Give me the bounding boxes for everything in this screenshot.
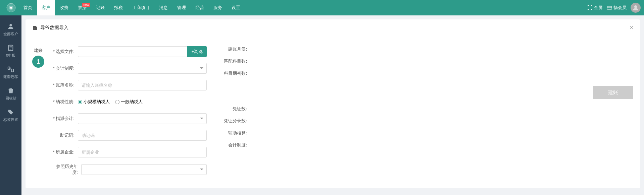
match-subjects-row: 匹配科目数: bbox=[220, 58, 633, 64]
tag-icon bbox=[7, 109, 14, 116]
form-fields: * 选择文件: +浏览 * 会计制度: bbox=[51, 46, 207, 182]
accounting-system-right-row: 会计制度: bbox=[220, 142, 633, 148]
vouchers-row: 凭证数: bbox=[220, 106, 633, 112]
nav-tax[interactable]: 报税 bbox=[109, 0, 128, 15]
nav-invoice[interactable]: 票据 new bbox=[73, 0, 91, 15]
auxiliary-label: 辅助核算: bbox=[220, 130, 250, 136]
vip-btn[interactable]: 畅会员 bbox=[607, 5, 627, 11]
tax-type-radio-group: 小规模纳税人 一般纳税人 bbox=[78, 96, 143, 107]
nav-fee[interactable]: 收费 bbox=[55, 0, 73, 15]
nav-home[interactable]: 首页 bbox=[19, 0, 37, 15]
user-avatar[interactable] bbox=[631, 3, 641, 13]
tax-general-option[interactable]: 一般纳税人 bbox=[115, 99, 143, 105]
form-left: 建账 1 * 选择文件: +浏览 bbox=[32, 46, 207, 182]
sidebar-item-tag-settings[interactable]: 标签设置 bbox=[0, 105, 21, 126]
nav-customer[interactable]: 客户 bbox=[37, 0, 55, 15]
nav-right: 全屏 畅会员 bbox=[587, 3, 641, 13]
company-label: * 所属企业: bbox=[51, 149, 78, 155]
company-row: * 所属企业: bbox=[51, 147, 207, 157]
accounting-system-select[interactable] bbox=[78, 63, 207, 74]
company-input[interactable] bbox=[78, 147, 207, 157]
file-label: * 选择文件: bbox=[51, 49, 78, 55]
memo-code-row: 助记码: bbox=[51, 130, 207, 141]
fullscreen-btn[interactable]: 全屏 bbox=[587, 5, 603, 11]
import-icon bbox=[32, 25, 38, 30]
browse-button[interactable]: +浏览 bbox=[187, 46, 207, 57]
file-row: * 选择文件: +浏览 bbox=[51, 46, 207, 57]
history-year-select[interactable] bbox=[81, 164, 207, 175]
accounting-system-right-label: 会计制度: bbox=[220, 142, 250, 148]
tax-small-radio[interactable] bbox=[78, 100, 82, 104]
month-label: 建账月份: bbox=[220, 46, 250, 52]
build-account-button[interactable]: 建账 bbox=[593, 86, 633, 99]
main-content: 导爷数据导入 × 建账 1 * 选择文件: bbox=[21, 15, 644, 195]
nav-operation[interactable]: 经营 bbox=[191, 0, 209, 15]
svg-point-1 bbox=[10, 7, 12, 9]
sidebar-item-all-customers[interactable]: 全部客户 bbox=[0, 19, 21, 40]
nav-manage[interactable]: 管理 bbox=[172, 0, 191, 15]
ledger-name-row: * 账簿名称: bbox=[51, 80, 207, 90]
form-right: 建账月份: 匹配科目数: 科目期初数: 建账 凭证数: bbox=[220, 46, 633, 182]
match-subjects-label: 匹配科目数: bbox=[220, 58, 250, 64]
nav-service[interactable]: 服务 bbox=[209, 0, 227, 15]
tax-small-option[interactable]: 小规模纳税人 bbox=[78, 99, 110, 105]
memo-code-input[interactable] bbox=[78, 130, 207, 141]
panel-header: 导爷数据导入 × bbox=[26, 19, 640, 36]
voucher-entries-row: 凭证分录数: bbox=[220, 118, 633, 124]
nav-message[interactable]: 消息 bbox=[154, 0, 172, 15]
close-button[interactable]: × bbox=[630, 24, 633, 31]
accounting-system-row: * 会计制度: bbox=[51, 63, 207, 74]
subject-initial-row: 科目期初数: bbox=[220, 70, 633, 76]
file-input-group: +浏览 bbox=[78, 46, 207, 57]
ledger-name-label: * 账簿名称: bbox=[51, 82, 78, 88]
form-area: 建账 1 * 选择文件: +浏览 bbox=[26, 36, 640, 188]
accountant-select[interactable] bbox=[78, 113, 207, 124]
nav-items: 首页 客户 收费 票据 new 记账 报税 工商项目 消息 管理 经营 服务 设… bbox=[19, 0, 587, 15]
nav-business[interactable]: 工商项目 bbox=[128, 0, 154, 15]
trash-icon bbox=[7, 87, 14, 94]
fullscreen-icon bbox=[587, 5, 593, 10]
sidebar-item-migrate[interactable]: 账套迁移 bbox=[0, 62, 21, 83]
nav-account[interactable]: 记账 bbox=[91, 0, 109, 15]
month-row: 建账月份: bbox=[220, 46, 633, 52]
svg-rect-10 bbox=[11, 69, 13, 72]
app-logo bbox=[3, 0, 19, 15]
svg-point-3 bbox=[634, 5, 637, 8]
history-year-label: 参照历史年度: bbox=[51, 164, 81, 176]
accountant-label: * 指派会计: bbox=[51, 116, 78, 122]
file-input[interactable] bbox=[78, 46, 187, 57]
nav-settings[interactable]: 设置 bbox=[227, 0, 245, 15]
history-year-row: 参照历史年度: bbox=[51, 164, 207, 176]
user-icon bbox=[7, 23, 14, 30]
vip-icon bbox=[607, 5, 612, 10]
panel-title: 导爷数据导入 bbox=[32, 25, 68, 31]
invoice-new-badge: new bbox=[82, 3, 90, 7]
vouchers-label: 凭证数: bbox=[220, 106, 250, 112]
memo-code-label: 助记码: bbox=[51, 132, 78, 138]
sidebar: 全部客户 0申报 账套迁移 回收站 标签设置 bbox=[0, 15, 21, 195]
accountant-row: * 指派会计: bbox=[51, 113, 207, 124]
accounting-system-label: * 会计制度: bbox=[51, 65, 78, 71]
sidebar-item-recycle[interactable]: 回收站 bbox=[0, 83, 21, 105]
file-icon bbox=[7, 44, 14, 52]
top-navigation: 首页 客户 收费 票据 new 记账 报税 工商项目 消息 管理 经营 服务 设… bbox=[0, 0, 644, 15]
ledger-name-input[interactable] bbox=[78, 80, 207, 90]
tax-type-row: * 纳税性质: 小规模纳税人 一般纳税人 bbox=[51, 96, 207, 107]
sidebar-item-declaration[interactable]: 0申报 bbox=[0, 40, 21, 62]
step-section: 建账 1 * 选择文件: +浏览 bbox=[32, 46, 207, 182]
subject-initial-label: 科目期初数: bbox=[220, 70, 250, 76]
auxiliary-row: 辅助核算: bbox=[220, 130, 633, 136]
svg-point-4 bbox=[9, 24, 12, 26]
main-panel: 导爷数据导入 × 建账 1 * 选择文件: bbox=[26, 19, 640, 188]
tax-general-radio[interactable] bbox=[115, 100, 119, 104]
voucher-entries-label: 凭证分录数: bbox=[220, 118, 250, 124]
step-label: 建账 bbox=[34, 48, 43, 54]
svg-rect-2 bbox=[607, 6, 612, 9]
migrate-icon bbox=[7, 66, 14, 73]
step-circle: 1 bbox=[32, 56, 44, 68]
tax-type-label: * 纳税性质: bbox=[51, 99, 78, 105]
